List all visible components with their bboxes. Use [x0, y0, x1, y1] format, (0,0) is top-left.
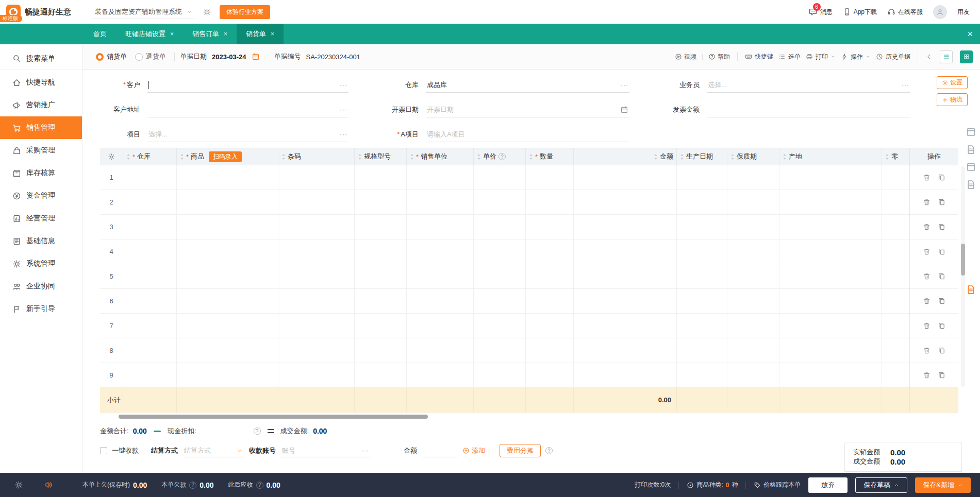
calendar-icon[interactable] — [252, 53, 260, 61]
grid-cell[interactable] — [123, 165, 177, 190]
grid-cell[interactable] — [727, 338, 779, 363]
grid-cell[interactable] — [407, 215, 474, 239]
grid-cell[interactable] — [474, 264, 526, 288]
grid-cell[interactable] — [355, 165, 407, 190]
more-icon[interactable]: ··· — [902, 82, 909, 88]
grid-cell[interactable] — [177, 190, 278, 214]
grid-cell[interactable] — [882, 338, 910, 363]
grid-cell[interactable] — [574, 190, 677, 214]
grid-cell[interactable] — [526, 363, 574, 387]
grid-cell[interactable] — [526, 165, 574, 190]
grid-cell[interactable] — [779, 190, 882, 214]
grid-cell[interactable] — [407, 165, 474, 190]
grid-cell[interactable] — [407, 264, 474, 288]
sidebar-item-2[interactable]: 营销推广 — [0, 94, 82, 116]
grid-cell[interactable] — [727, 215, 779, 239]
grid-cell[interactable] — [574, 215, 677, 239]
grid-cell[interactable] — [407, 338, 474, 363]
copy-row-icon[interactable] — [938, 248, 945, 255]
grid-cell[interactable] — [882, 165, 910, 190]
project-input[interactable]: 选择... ··· — [147, 127, 348, 142]
tab-1[interactable]: 旺铺店铺设置× — [116, 24, 183, 44]
tab-close-icon[interactable]: × — [170, 30, 174, 38]
one-click-checkbox[interactable] — [100, 447, 107, 454]
delete-row-icon[interactable] — [923, 198, 931, 206]
address-input[interactable]: ··· — [147, 102, 348, 117]
grid-cell[interactable] — [123, 215, 177, 239]
col-header-5[interactable]: *销售单位 — [407, 148, 474, 165]
meta-play[interactable]: 视频 — [675, 53, 696, 61]
grid-cell[interactable] — [882, 363, 910, 387]
col-header-0[interactable] — [100, 148, 123, 165]
col-header-10[interactable]: 保质期 — [727, 148, 779, 165]
discard-button[interactable]: 放弃 — [808, 477, 848, 493]
more-icon[interactable]: ··· — [340, 82, 347, 88]
grid-cell[interactable] — [882, 190, 910, 214]
grid-cell[interactable] — [474, 215, 526, 239]
close-all-tabs-icon[interactable]: × — [967, 24, 973, 44]
grid-cell[interactable] — [355, 289, 407, 313]
grid-cell[interactable] — [177, 314, 278, 338]
grid-cell[interactable] — [526, 289, 574, 313]
grid-cell[interactable] — [574, 239, 677, 264]
grid-cell[interactable] — [574, 165, 677, 190]
gear-icon[interactable] — [203, 8, 211, 16]
grid-cell[interactable] — [779, 363, 882, 387]
grid-cell[interactable] — [474, 190, 526, 214]
system-select[interactable]: 装备及固定资产辅助管理系统 — [93, 5, 194, 19]
pay-amount-input[interactable] — [422, 444, 458, 457]
side-widget-3-icon[interactable] — [966, 162, 976, 173]
tab-close-icon[interactable]: × — [224, 30, 227, 38]
grid-cell[interactable] — [526, 314, 574, 338]
grid-cell[interactable] — [677, 215, 727, 239]
grid-cell[interactable] — [779, 264, 882, 288]
grid-cell[interactable] — [574, 314, 677, 338]
grid-cell[interactable] — [177, 363, 278, 387]
horizontal-scrollbar[interactable] — [100, 414, 959, 420]
cash-discount-input[interactable] — [201, 425, 250, 437]
grid-cell[interactable] — [355, 239, 407, 264]
action-ops[interactable]: 操作 — [841, 53, 871, 61]
grid-cell[interactable] — [123, 190, 177, 214]
grid-cell[interactable] — [177, 215, 278, 239]
calendar-icon[interactable] — [620, 106, 628, 114]
grid-cell[interactable] — [123, 239, 177, 264]
grid-cell[interactable] — [355, 314, 407, 338]
grid-view-button[interactable] — [960, 50, 973, 63]
copy-row-icon[interactable] — [938, 322, 945, 330]
grid-cell[interactable] — [727, 363, 779, 387]
warehouse-input[interactable]: 成品库 ··· — [426, 77, 629, 93]
customer-input[interactable]: ··· — [147, 77, 348, 93]
avatar[interactable] — [933, 5, 947, 19]
grid-cell[interactable] — [278, 239, 355, 264]
account-input[interactable]: 账号 ··· — [280, 444, 371, 457]
grid-cell[interactable] — [474, 165, 526, 190]
grid-cell[interactable] — [407, 239, 474, 264]
grid-cell[interactable] — [407, 190, 474, 214]
username[interactable]: 用友 — [957, 8, 970, 16]
grid-cell[interactable] — [474, 363, 526, 387]
grid-cell[interactable] — [882, 289, 910, 313]
doc-type-return-radio[interactable]: 退货单 — [135, 52, 166, 61]
action-keyboard[interactable]: 快捷键 — [745, 53, 773, 61]
sidebar-item-8[interactable]: 基础信息 — [0, 230, 82, 252]
action-history[interactable]: 历史单据 — [876, 53, 910, 61]
grid-cell[interactable] — [574, 363, 677, 387]
side-widget-1-icon[interactable] — [966, 127, 976, 138]
sort-icon[interactable] — [654, 153, 658, 160]
grid-cell[interactable] — [574, 338, 677, 363]
grid-cell[interactable] — [355, 190, 407, 214]
grid-cell[interactable] — [882, 314, 910, 338]
col-header-11[interactable]: 产地 — [779, 148, 882, 165]
col-header-7[interactable]: *数量 — [526, 148, 574, 165]
copy-row-icon[interactable] — [938, 198, 945, 206]
settle-method-select[interactable]: 结算方式 — [182, 444, 244, 457]
date-value[interactable]: 2023-03-24 — [212, 53, 246, 61]
add-payment-button[interactable]: 添加 — [462, 446, 485, 455]
horizontal-scroll-thumb[interactable] — [119, 415, 428, 419]
sort-icon[interactable] — [410, 153, 414, 160]
settings-button[interactable]: 设置 — [937, 76, 968, 89]
more-icon[interactable]: ··· — [340, 131, 347, 138]
sidebar-item-4[interactable]: 采购管理 — [0, 139, 82, 162]
grid-cell[interactable] — [779, 215, 882, 239]
